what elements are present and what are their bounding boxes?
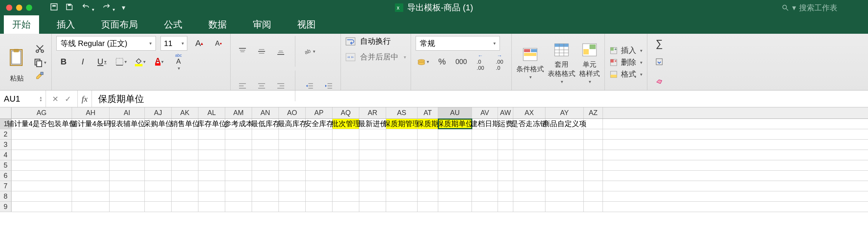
row-header-2[interactable]: 2 [0,129,11,139]
cell-AO8[interactable] [279,191,306,201]
fx-icon[interactable]: fx [77,91,92,107]
cell-AU3[interactable] [438,140,472,150]
cell-AR9[interactable] [359,202,386,212]
cell-AY5[interactable] [545,160,584,170]
cell-AH5[interactable] [72,160,110,170]
cell-AO4[interactable] [279,150,306,160]
cell-AN5[interactable] [252,160,279,170]
tab-view[interactable]: 视图 [289,15,324,34]
cell-AQ5[interactable] [332,160,359,170]
confirm-edit-icon[interactable]: ✓ [65,94,71,104]
row-header-4[interactable]: 4 [0,150,11,160]
column-header-AN[interactable]: AN [252,107,279,118]
fill-color-button[interactable]: ▾ [133,54,147,69]
column-header-AL[interactable]: AL [198,107,225,118]
insert-cells-button[interactable]: +插入▾ [609,45,642,56]
cell-AM6[interactable] [225,171,252,181]
cell-AX5[interactable] [513,160,545,170]
column-header-AR[interactable]: AR [359,107,386,118]
column-header-AG[interactable]: AG [11,107,72,118]
column-header-AV[interactable]: AV [472,107,498,118]
cell-AT9[interactable] [418,202,438,212]
cell-AT8[interactable] [418,191,438,201]
cell-AJ1[interactable]: 采购单位 [145,119,172,129]
cell-AY1[interactable]: 商品自定义项 [545,119,584,129]
cell-AI8[interactable] [110,191,145,201]
underline-button[interactable]: U▾ [95,54,109,69]
tab-page-layout[interactable]: 页面布局 [93,15,146,34]
cell-AO2[interactable] [279,129,306,139]
cell-AY9[interactable] [545,202,584,212]
cell-AX4[interactable] [513,150,545,160]
cell-AW9[interactable] [498,202,513,212]
cell-AO3[interactable] [279,140,306,150]
cell-AP8[interactable] [306,191,332,201]
cell-AW6[interactable] [498,171,513,181]
font-name-select[interactable]: 等线 Regular (正文)▾ [56,36,156,51]
cell-AJ9[interactable] [145,202,172,212]
cell-AJ2[interactable] [145,129,172,139]
row-header-5[interactable]: 5 [0,160,11,170]
cell-AN9[interactable] [252,202,279,212]
tab-formulas[interactable]: 公式 [156,15,191,34]
phonetic-guide-button[interactable]: abcA▾ [171,54,186,69]
italic-button[interactable]: I [75,54,90,69]
cell-AO1[interactable]: 最高库存 [279,119,306,129]
cell-AN2[interactable] [252,129,279,139]
number-format-select[interactable]: 常规▾ [416,36,500,51]
cell-styles-button[interactable]: 单元 格样式▾ [579,41,600,84]
cell-AS6[interactable] [386,171,418,181]
cell-AW7[interactable] [498,181,513,191]
cell-AU6[interactable] [438,171,472,181]
merge-center-button[interactable]: 合并后居中▾ [346,52,406,62]
cell-AZ1[interactable] [584,119,603,129]
cell-AH7[interactable] [72,181,110,191]
cell-AH4[interactable] [72,150,110,160]
cell-AS4[interactable] [386,150,418,160]
increase-decimal-button[interactable]: ←.0.00 [473,54,488,69]
column-header-AU[interactable]: AU [438,107,472,118]
decrease-decimal-button[interactable]: →.00.0 [492,54,507,69]
cell-AR5[interactable] [359,160,386,170]
cell-AR6[interactable] [359,171,386,181]
align-top-icon[interactable] [235,44,250,59]
decrease-indent-icon[interactable] [302,79,317,93]
increase-indent-icon[interactable] [321,79,336,93]
cell-AN1[interactable]: 最低库存 [252,119,279,129]
percent-button[interactable]: % [435,54,449,69]
cell-AM9[interactable] [225,202,252,212]
format-as-table-button[interactable]: 套用 表格格式▾ [548,41,575,84]
column-header-AO[interactable]: AO [279,107,306,118]
autosum-button[interactable]: ∑ [652,36,667,51]
cell-AP5[interactable] [306,160,332,170]
row-header-3[interactable]: 3 [0,140,11,150]
cell-AV8[interactable] [472,191,498,201]
cell-AV2[interactable] [472,129,498,139]
cell-AZ4[interactable] [584,150,603,160]
format-painter-icon[interactable] [33,71,47,82]
borders-button[interactable]: ▾ [114,54,128,69]
cell-AR4[interactable] [359,150,386,160]
cell-AZ9[interactable] [584,202,603,212]
cell-AP2[interactable] [306,129,332,139]
name-box[interactable]: AU1 ▴▾ [0,91,46,107]
cell-AV3[interactable] [472,140,498,150]
cell-AL9[interactable] [198,202,225,212]
column-header-AS[interactable]: AS [386,107,418,118]
cell-AO6[interactable] [279,171,306,181]
cell-AG3[interactable] [11,140,72,150]
cell-AV6[interactable] [472,171,498,181]
cell-AS3[interactable] [386,140,418,150]
cell-AU1[interactable]: 保质期单位 [438,119,472,129]
cell-AQ1[interactable]: 批次管理 [332,119,359,129]
column-header-AY[interactable]: AY [545,107,584,118]
cell-AM2[interactable] [225,129,252,139]
font-size-select[interactable]: 11▾ [160,36,187,51]
cell-AK8[interactable] [172,191,198,201]
cell-AT1[interactable]: 保质期 [418,119,438,129]
cell-AH3[interactable] [72,140,110,150]
cell-AM8[interactable] [225,191,252,201]
cell-AR2[interactable] [359,129,386,139]
cell-AP7[interactable] [306,181,332,191]
cell-AV7[interactable] [472,181,498,191]
